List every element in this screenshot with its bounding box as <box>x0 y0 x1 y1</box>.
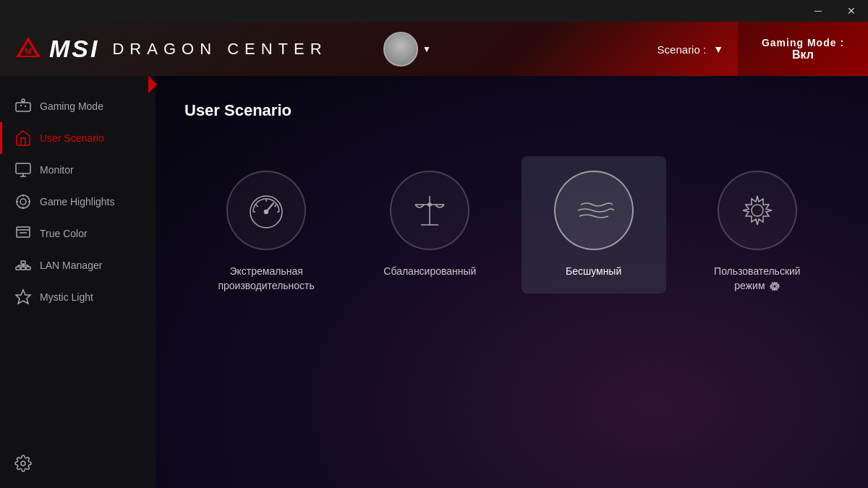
profile-dropdown-arrow: ▼ <box>422 44 431 54</box>
silent-icon-wrap <box>554 171 634 250</box>
monitor-icon <box>13 160 33 180</box>
sidebar-item-settings[interactable] <box>0 453 156 474</box>
main-content: User Scenario Э <box>156 76 868 488</box>
svg-point-4 <box>22 99 25 102</box>
sidebar-item-mystic-light[interactable]: Mystic Light <box>0 281 156 313</box>
gaming-mode-status: Gaming Mode : Вкл <box>738 22 868 76</box>
msi-text: msi <box>49 35 99 63</box>
user-scenario-icon <box>13 128 33 148</box>
svg-line-24 <box>256 205 258 207</box>
dragon-center-text: DRAGON CENTER <box>112 40 327 59</box>
balanced-icon-wrap <box>390 171 469 250</box>
svg-point-36 <box>773 284 777 288</box>
sidebar-item-gaming-mode[interactable]: Gaming Mode <box>0 90 156 122</box>
game-highlights-icon <box>13 192 33 212</box>
svg-point-35 <box>752 205 763 216</box>
extreme-icon-wrap <box>226 171 306 250</box>
sidebar-item-true-color[interactable]: True Color <box>0 218 156 249</box>
avatar <box>383 32 418 67</box>
gaming-mode-icon <box>13 96 33 116</box>
scenario-selector: Scenario : ▼ <box>658 43 723 55</box>
scenario-card-custom[interactable]: Пользовательский режим <box>685 156 830 307</box>
balanced-label: Сбалансированный <box>383 265 476 279</box>
monitor-label: Monitor <box>40 164 74 176</box>
custom-label: Пользовательский режим <box>699 265 815 293</box>
gaming-mode-label: Gaming Mode : <box>762 37 844 48</box>
svg-rect-3 <box>16 103 30 111</box>
sidebar-item-monitor[interactable]: Monitor <box>0 154 156 186</box>
svg-line-26 <box>275 205 277 207</box>
custom-icon-wrap <box>718 171 797 250</box>
svg-point-34 <box>428 203 431 206</box>
sidebar: Gaming Mode User Scenario Monitor <box>0 76 156 488</box>
scenario-dropdown-arrow[interactable]: ▼ <box>713 43 723 55</box>
svg-rect-13 <box>21 267 25 270</box>
sidebar-item-lan-manager[interactable]: LAN Manager <box>0 249 156 281</box>
mystic-light-label: Mystic Light <box>40 291 93 303</box>
gaming-mode-value: Вкл <box>792 48 814 61</box>
svg-rect-15 <box>21 261 25 264</box>
sidebar-bottom <box>0 453 156 488</box>
svg-rect-6 <box>16 163 30 174</box>
svg-point-28 <box>265 210 268 214</box>
lan-manager-label: LAN Manager <box>40 260 102 271</box>
extreme-label: Экстремальная производительность <box>218 265 314 293</box>
svg-rect-11 <box>17 227 30 237</box>
scenario-card-balanced[interactable]: Сбалансированный <box>357 156 502 294</box>
sidebar-item-user-scenario[interactable]: User Scenario <box>0 122 156 154</box>
scenario-label: Scenario : <box>658 43 707 55</box>
mystic-light-icon <box>13 287 33 307</box>
page-title: User Scenario <box>184 101 839 120</box>
minimize-button[interactable]: ─ <box>801 0 835 22</box>
title-bar: ─ ✕ <box>0 0 868 22</box>
svg-point-10 <box>17 195 30 208</box>
silent-label: Бесшумный <box>566 265 621 279</box>
header: M msi DRAGON CENTER ▼ Scenario : ▼ Gamin… <box>0 22 868 76</box>
scenario-card-extreme[interactable]: Экстремальная производительность <box>194 156 339 307</box>
settings-icon <box>13 453 33 474</box>
true-color-label: True Color <box>40 228 88 239</box>
svg-rect-14 <box>26 267 30 270</box>
scenario-card-silent[interactable]: Бесшумный <box>522 156 666 294</box>
close-button[interactable]: ✕ <box>835 0 868 22</box>
profile-button[interactable]: ▼ <box>383 32 431 67</box>
svg-point-9 <box>20 199 26 205</box>
scenario-cards: Экстремальная производительность <box>184 156 839 307</box>
svg-text:M: M <box>25 47 31 56</box>
logo-area: M msi DRAGON CENTER <box>0 35 328 63</box>
user-scenario-label: User Scenario <box>40 132 104 144</box>
sidebar-accent <box>148 76 157 93</box>
true-color-icon <box>13 223 33 244</box>
lan-manager-icon <box>13 255 33 275</box>
sidebar-item-game-highlights[interactable]: Game Highlights <box>0 186 156 218</box>
svg-point-22 <box>21 461 25 466</box>
game-highlights-label: Game Highlights <box>40 196 115 207</box>
msi-logo-icon: M <box>14 35 42 63</box>
svg-rect-12 <box>16 267 20 270</box>
svg-marker-21 <box>16 290 30 304</box>
gaming-mode-label: Gaming Mode <box>40 100 103 112</box>
